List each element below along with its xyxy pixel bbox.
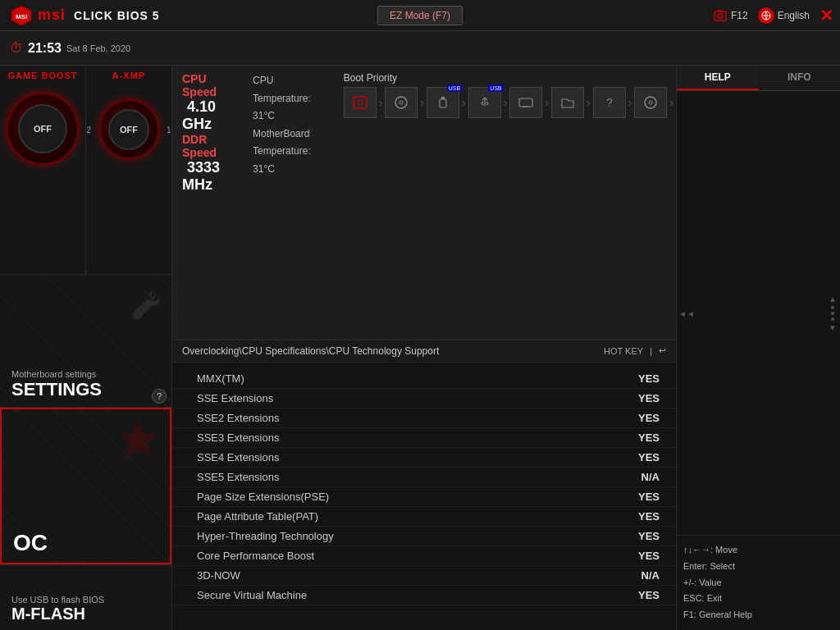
svg-point-10 [399,101,403,104]
language-icon [758,7,774,24]
svg-text:MSI: MSI [16,13,27,21]
ddr-speed-row: DDR Speed 3333 MHz [182,133,220,194]
value-sse5: N/A [627,471,660,483]
info-tab[interactable]: INFO [759,66,841,90]
boot-device-usb2[interactable]: USB [468,87,501,118]
speed-section: CPU Speed 4.10 GHz DDR Speed 3333 MHz [182,72,220,194]
ddr-speed-value: 3333 MHz [182,159,220,193]
axmp-knob-number-1: 1 [167,125,171,134]
usb-badge-2: USB [488,84,503,92]
ez-mode-button[interactable]: EZ Mode (F7) [377,6,463,25]
top-right-controls: F12 English ✕ [713,6,833,25]
value-pat: YES [627,510,660,523]
breadcrumb-divider: | [650,346,652,356]
center-panel: CPU Speed 4.10 GHz DDR Speed 3333 MHz CP… [172,66,676,630]
boot-device-usb1[interactable]: USB [427,87,459,118]
boot-arrow-2: › [420,96,424,109]
nav-move-hint: ↑↓←→: Move [683,542,833,559]
table-row-sse: SSE Extensions YES [172,389,676,409]
table-row-3dnow: 3D-NOW N/A [172,566,676,586]
nav-select-hint: Enter: Select [683,559,833,575]
breadcrumb-bar: Overclocking\CPU Specifications\CPU Tech… [172,340,676,363]
settings-content: Motherboard settings SETTINGS [0,275,171,407]
table-row-sse2: SSE2 Extensions YES [172,409,676,428]
svg-rect-4 [718,10,721,11]
boot-device-hdd[interactable] [344,87,377,118]
nav-esc-hint: ESC: Exit [683,591,833,607]
breadcrumb-text: Overclocking\CPU Specifications\CPU Tech… [182,345,439,357]
axmp-knob-inner: OFF [108,109,149,150]
help-tab[interactable]: HELP [677,66,759,90]
msi-text: msi [38,7,66,23]
boot-icons-row: › › USB [344,87,676,118]
language-button[interactable]: English [758,7,810,24]
boot-device-dvd[interactable] [385,87,418,118]
axmp-off-label: OFF [120,125,138,135]
svg-rect-13 [519,98,532,107]
svg-point-16 [649,101,652,104]
boot-device-net[interactable] [509,87,542,118]
feature-svm: Secure Virtual Machine [197,589,307,601]
boot-arrow-5: › [545,96,549,109]
game-boost-knob[interactable]: OFF [6,92,80,166]
mflash-section[interactable]: Use USB to flash BIOS M-FLASH [0,564,171,630]
feature-sse2: SSE2 Extensions [197,412,279,424]
feature-mmx: MMX(TM) [197,372,244,385]
boot-priority-section: Boot Priority › [344,72,676,118]
scroll-left-indicator: ◄◄ [678,308,695,317]
table-row-pat: Page Attribute Table(PAT) YES [172,507,676,527]
info-strip: CPU Speed 4.10 GHz DDR Speed 3333 MHz CP… [172,66,676,340]
feature-sse3: SSE3 Extensions [197,431,279,444]
mb-temp: MotherBoard Temperature: 31°C [253,126,311,179]
msi-logo-icon: MSI [10,4,33,27]
back-arrow-icon[interactable]: ↩ [659,345,666,356]
net-icon [518,96,534,109]
top-bar: MSI msi CLICK BIOS 5 EZ Mode (F7) F12 [0,0,840,31]
boot-arrow-7: › [628,96,632,109]
help-arrows: ↑↓←→: Move Enter: Select +/-: Value ESC:… [677,535,840,630]
wrench-icon [122,283,163,324]
boot-device-folder[interactable] [551,87,584,118]
screenshot-button[interactable]: F12 [713,8,748,23]
feature-pse: Page Size Extensions(PSE) [197,491,329,503]
value-pse: YES [627,491,660,503]
close-button[interactable]: ✕ [819,6,833,25]
axmp-knob-number-2: 2 [87,125,92,134]
feature-pat: Page Attribute Table(PAT) [197,510,318,523]
usb-badge-1: USB [447,84,462,92]
product-name: CLICK BIOS 5 [74,9,160,22]
cpu-speed-row: CPU Speed 4.10 GHz [182,72,220,133]
feature-sse5: SSE5 Extensions [197,471,279,483]
logo-area: MSI msi CLICK BIOS 5 [0,4,170,27]
hotkey-label[interactable]: HOT KEY [604,346,643,356]
cpu-temp: CPU Temperature: 31°C [253,72,311,126]
camera-icon [713,8,728,23]
axmp-knob[interactable]: OFF [98,98,160,160]
boost-axmp-row: GAME BOOST OFF A-XMP 2 OFF 1 [0,66,171,275]
table-row-htt: Hyper-Threading Technology YES [172,527,676,546]
scroll-dot-2 [831,312,834,315]
value-htt: YES [627,530,660,542]
time-display: 21:53 [28,41,62,56]
temp-section: CPU Temperature: 31°C MotherBoard Temper… [253,72,311,179]
value-3dnow: N/A [627,569,660,582]
boot-arrow-6: › [587,96,591,109]
value-mmx: YES [627,372,660,385]
folder-icon [560,96,575,109]
table-row-sse3: SSE3 Extensions YES [172,428,676,448]
nav-f1-hint: F1: General Help [683,607,833,623]
boot-device-question[interactable]: ? [593,87,626,118]
settings-section[interactable]: Motherboard settings SETTINGS ? [0,275,171,408]
boot-device-dvd2[interactable] [634,87,667,118]
value-svm: YES [627,589,660,601]
question-device-icon: ? [606,96,613,109]
boot-arrow-1: › [379,96,383,109]
scroll-dot-3 [831,317,834,321]
clock-area: ⏱ 21:53 Sat 8 Feb, 2020 [10,41,130,56]
feature-sse: SSE Extensions [197,392,273,404]
sidebar: GAME BOOST OFF A-XMP 2 OFF 1 [0,66,172,630]
f12-label: F12 [731,10,748,21]
settings-help-badge[interactable]: ? [152,389,167,404]
boot-arrow-3: › [462,96,466,109]
oc-section[interactable]: OC [0,408,171,564]
